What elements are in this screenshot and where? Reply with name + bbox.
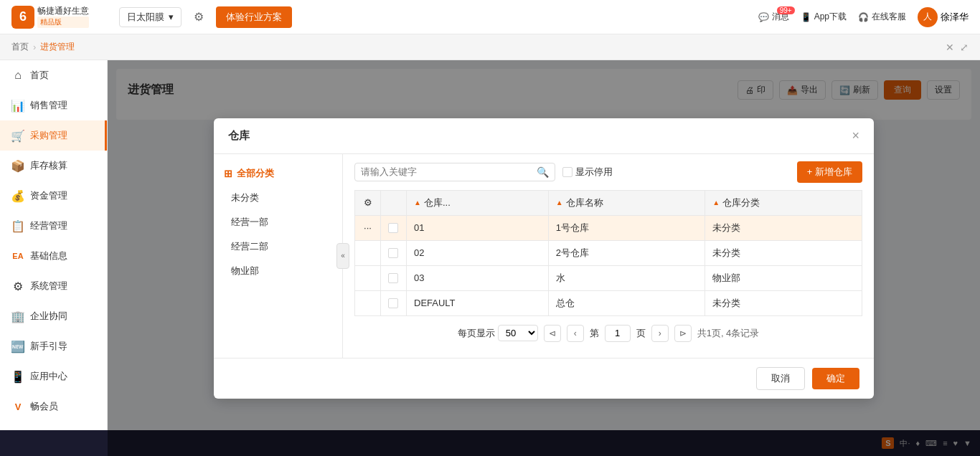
- sidebar-label-system: 系统管理: [30, 280, 67, 293]
- row-actions-2[interactable]: [355, 240, 381, 265]
- app-name: 畅捷通好生意: [37, 6, 89, 17]
- new-warehouse-button[interactable]: + 新增仓库: [797, 161, 862, 183]
- customer-service-label: 在线客服: [872, 11, 906, 23]
- mobile-icon: 📱: [801, 12, 811, 22]
- customer-service-button[interactable]: 🎧 在线客服: [858, 11, 906, 23]
- sidebar-item-apps[interactable]: 📱 应用中心: [0, 361, 107, 391]
- category-item-ops2[interactable]: 经营二部: [214, 234, 342, 259]
- last-page-icon: ⊳: [679, 328, 687, 338]
- sidebar-label-home: 首页: [30, 69, 49, 82]
- guide-icon: 🆕: [11, 340, 24, 353]
- category-item-property[interactable]: 物业部: [214, 259, 342, 283]
- close-tab-button[interactable]: ✕: [946, 42, 954, 53]
- headset-icon: 🎧: [858, 12, 869, 22]
- th-category[interactable]: ▲ 仓库分类: [705, 190, 862, 215]
- app-download-button[interactable]: 📱 App下载: [801, 11, 847, 23]
- row-code-2: 02: [407, 240, 549, 265]
- sidebar-item-home[interactable]: ⌂ 首页: [0, 60, 107, 90]
- sidebar-item-enterprise[interactable]: 🏢 企业协同: [0, 301, 107, 331]
- prev-page-button[interactable]: ‹: [567, 325, 584, 342]
- row-checkbox-1[interactable]: [381, 215, 407, 240]
- sidebar-item-finance[interactable]: 💰 资金管理: [0, 181, 107, 211]
- tab-actions: ✕ ⤢: [946, 42, 969, 53]
- all-categories-button[interactable]: ⊞ 全部分类: [214, 161, 342, 186]
- breadcrumb-current: 进货管理: [40, 41, 75, 53]
- message-icon: 💬: [758, 12, 769, 22]
- per-page-select[interactable]: 50 100 200: [498, 325, 538, 341]
- category-panel: ⊞ 全部分类 未分类 经营一部 经营二部 物业部 «: [214, 154, 343, 358]
- sidebar-item-sales[interactable]: 📊 销售管理: [0, 90, 107, 120]
- finance-icon: 💰: [11, 189, 24, 202]
- sidebar-item-guide[interactable]: 🆕 新手引导: [0, 331, 107, 361]
- th-name[interactable]: ▲ 仓库名称: [548, 190, 705, 215]
- purchase-icon: 🛒: [11, 129, 24, 142]
- sidebar-item-system[interactable]: ⚙ 系统管理: [0, 271, 107, 301]
- search-icon[interactable]: 🔍: [537, 166, 549, 178]
- collapse-category-button[interactable]: «: [336, 243, 349, 269]
- sidebar-item-member[interactable]: V 畅会员: [0, 391, 107, 422]
- sales-icon: 📊: [11, 99, 24, 112]
- sidebar-item-inventory[interactable]: 📦 库存核算: [0, 151, 107, 181]
- sort-icon-name: ▲: [556, 199, 563, 206]
- sidebar-item-operations[interactable]: 📋 经营管理: [0, 211, 107, 241]
- last-page-button[interactable]: ⊳: [674, 325, 692, 342]
- expand-button[interactable]: ⤢: [960, 42, 969, 53]
- warehouse-table: ⚙ ▲ 仓库...: [354, 190, 862, 316]
- table-row[interactable]: 03 水 物业部: [355, 265, 862, 290]
- row-name-3: 水: [548, 265, 705, 290]
- modal-close-button[interactable]: ×: [852, 128, 859, 143]
- search-box: 🔍: [354, 163, 555, 181]
- row-name-2: 2号仓库: [548, 240, 705, 265]
- sidebar-label-guide: 新手引导: [30, 340, 67, 353]
- row-actions-3[interactable]: [355, 265, 381, 290]
- modal-header: 仓库 ×: [214, 118, 874, 154]
- cancel-button[interactable]: 取消: [756, 367, 805, 390]
- first-page-button[interactable]: ⊲: [544, 325, 561, 342]
- th-code[interactable]: ▲ 仓库...: [407, 190, 549, 215]
- settings-button[interactable]: ⚙: [187, 6, 210, 29]
- sidebar-item-basic[interactable]: EA 基础信息: [0, 241, 107, 271]
- page-number-input[interactable]: [605, 325, 631, 342]
- breadcrumb-home[interactable]: 首页: [11, 41, 29, 53]
- store-name: 日太阳膜: [127, 11, 164, 24]
- show-disabled-checkbox[interactable]: [562, 167, 573, 177]
- category-item-unclassified[interactable]: 未分类: [214, 186, 342, 210]
- sidebar-item-purchase[interactable]: 🛒 采购管理: [0, 120, 107, 151]
- table-row[interactable]: ··· 01 1号仓库 未分类: [355, 215, 862, 240]
- row-actions-1[interactable]: ···: [355, 215, 381, 240]
- store-selector[interactable]: 日太阳膜 ▾: [119, 7, 182, 27]
- breadcrumb-separator: ›: [33, 42, 36, 52]
- user-profile-button[interactable]: 人 徐泽华: [918, 7, 969, 27]
- sidebar: ⌂ 首页 📊 销售管理 🛒 采购管理 📦 库存核算 💰 资金管理 📋 经营管理 …: [0, 60, 108, 456]
- confirm-button[interactable]: 确定: [812, 368, 859, 389]
- enterprise-icon: 🏢: [11, 310, 24, 323]
- app-download-label: App下载: [814, 11, 847, 23]
- table-header-row: ⚙ ▲ 仓库...: [355, 190, 862, 215]
- grid-icon: ⊞: [224, 168, 232, 179]
- next-page-icon: ›: [659, 328, 661, 338]
- page-size-area: 每页显示 50 100 200: [458, 325, 538, 341]
- trial-button[interactable]: 体验行业方案: [216, 6, 292, 28]
- table-row[interactable]: 02 2号仓库 未分类: [355, 240, 862, 265]
- chevron-down-icon: ▾: [169, 11, 174, 22]
- table-row[interactable]: DEFAULT 总仓 未分类: [355, 290, 862, 315]
- show-disabled-checkbox-area[interactable]: 显示停用: [562, 166, 613, 179]
- messages-button[interactable]: 💬 消息 99+: [758, 11, 789, 23]
- sidebar-label-operations: 经营管理: [30, 219, 67, 232]
- header-right: 💬 消息 99+ 📱 App下载 🎧 在线客服 人 徐泽华: [758, 7, 969, 27]
- inventory-icon: 📦: [11, 159, 24, 172]
- category-item-ops1[interactable]: 经营一部: [214, 210, 342, 234]
- row-checkbox-3[interactable]: [381, 265, 407, 290]
- sub-header: 首页 › 进货管理 ✕ ⤢: [0, 34, 980, 60]
- sidebar-label-sales: 销售管理: [30, 99, 67, 112]
- warehouse-modal: 仓库 × ⊞ 全部分类 未分类 经营一部 经营二部 物业部: [214, 118, 874, 399]
- th-settings[interactable]: ⚙: [355, 190, 381, 215]
- next-page-button[interactable]: ›: [651, 325, 669, 342]
- row-checkbox-4[interactable]: [381, 290, 407, 315]
- table-container: ⚙ ▲ 仓库...: [354, 190, 862, 316]
- row-checkbox-2[interactable]: [381, 240, 407, 265]
- row-actions-4[interactable]: [355, 290, 381, 315]
- row-category-3: 物业部: [705, 265, 862, 290]
- search-input[interactable]: [361, 166, 537, 177]
- sidebar-label-purchase: 采购管理: [30, 129, 67, 142]
